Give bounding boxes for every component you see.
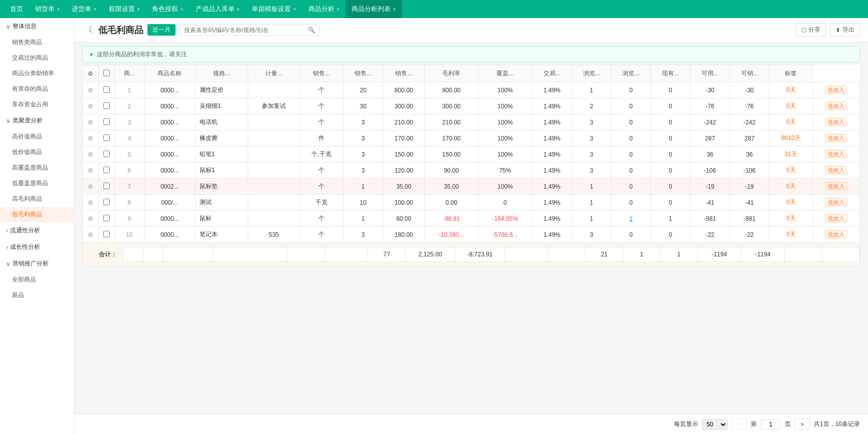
sidebar-item-high-coverage[interactable]: 高覆盖度商品 bbox=[0, 160, 74, 176]
sidebar-item-sales-goods[interactable]: 销售类商品 bbox=[0, 35, 74, 50]
sidebar-group-marketing[interactable]: ∨ 营销推广分析 bbox=[0, 255, 74, 272]
nav-item-sales[interactable]: 销货单 × bbox=[29, 0, 66, 18]
settings-cell: ⚙ bbox=[83, 98, 99, 114]
unit-cell: 个 bbox=[299, 227, 343, 243]
row-checkbox[interactable] bbox=[103, 183, 110, 189]
sidebar-group-growth[interactable]: › 成长性分析 bbox=[0, 239, 74, 255]
nav-item-goods-analysis[interactable]: 商品分析 × bbox=[302, 0, 345, 18]
sidebar-item-in-stock[interactable]: 有库存的商品 bbox=[0, 81, 74, 97]
nav-item-templates[interactable]: 单据模板设置 × bbox=[246, 0, 302, 18]
cover-rate-cell: 1.49% bbox=[532, 227, 572, 243]
close-icon[interactable]: × bbox=[180, 6, 183, 12]
browse1-cell[interactable]: 1 bbox=[611, 211, 651, 227]
row-checkbox[interactable] bbox=[103, 86, 110, 93]
pagination-bar: 每页显示 50 100 ＜ 第 页 ＞ 共1页，10条记录 bbox=[74, 414, 868, 434]
share-button[interactable]: ⬡ 分享 bbox=[796, 23, 826, 37]
name-cell: 铅笔1 bbox=[195, 147, 248, 163]
cover-rate-cell: 1.49% bbox=[532, 82, 572, 98]
select-all-checkbox[interactable] bbox=[103, 70, 110, 76]
close-icon[interactable]: × bbox=[393, 6, 396, 12]
sidebar-item-traded-goods[interactable]: 交易过的商品 bbox=[0, 50, 74, 66]
sale-amount-cell: 800.00 bbox=[425, 82, 478, 98]
date-filter-button[interactable]: 近一月 bbox=[147, 24, 176, 36]
cover-rate-cell: 1.49% bbox=[532, 195, 572, 211]
nav-item-roles[interactable]: 角色授权 × bbox=[146, 0, 189, 18]
sidebar-group-overall[interactable]: ∨ 整体信息 bbox=[0, 18, 74, 35]
sidebar-item-high-margin[interactable]: 高毛利商品 bbox=[0, 191, 74, 207]
nav-item-goods-analysis-list[interactable]: 商品分析列表 × bbox=[345, 0, 402, 18]
checkbox-cell[interactable] bbox=[99, 147, 115, 163]
checkbox-cell[interactable] bbox=[99, 227, 115, 243]
table-row: ⚙ 6 0000... 鼠标1 个 3 120.00 90.00 75% 1.4… bbox=[83, 163, 860, 179]
sidebar-item-high-value[interactable]: 高价值商品 bbox=[0, 129, 74, 144]
next-page-button[interactable]: ＞ bbox=[795, 418, 810, 430]
row-checkbox[interactable] bbox=[103, 134, 110, 141]
checkbox-cell[interactable] bbox=[99, 98, 115, 114]
sidebar-item-new-goods[interactable]: 新品 bbox=[0, 287, 74, 303]
sale-amount-cell: -98.91 bbox=[425, 211, 478, 227]
nav-item-home[interactable]: 首页 bbox=[4, 0, 29, 18]
sidebar-group-cluster[interactable]: ∨ 类聚度分析 bbox=[0, 112, 74, 129]
row-checkbox[interactable] bbox=[103, 102, 110, 109]
checkbox-cell[interactable] bbox=[99, 163, 115, 179]
checkbox-cell[interactable] bbox=[99, 130, 115, 147]
row-checkbox[interactable] bbox=[103, 231, 110, 237]
col-checkbox-header[interactable] bbox=[99, 65, 115, 82]
gross-rate-cell: -164.85% bbox=[478, 211, 533, 227]
sidebar-item-category-rate[interactable]: 商品分类助销率 bbox=[0, 66, 74, 81]
checkbox-cell[interactable] bbox=[99, 114, 115, 130]
export-icon: ⬆ bbox=[835, 27, 840, 34]
close-icon[interactable]: × bbox=[237, 6, 240, 12]
row-checkbox[interactable] bbox=[103, 199, 110, 205]
sidebar-item-low-coverage[interactable]: 低覆盖度商品 bbox=[0, 176, 74, 191]
sidebar-group-circulation[interactable]: › 流通性分析 bbox=[0, 222, 74, 239]
close-icon[interactable]: × bbox=[336, 6, 339, 12]
close-icon[interactable]: × bbox=[57, 6, 60, 12]
checkbox-cell[interactable] bbox=[99, 179, 115, 195]
no-cell: 5 bbox=[115, 147, 144, 163]
row-checkbox[interactable] bbox=[103, 151, 110, 157]
sidebar-collapse-button[interactable]: 《 bbox=[82, 25, 94, 35]
trade-count-cell: 3 bbox=[572, 163, 611, 179]
search-box: 🔍 bbox=[180, 25, 320, 36]
sidebar-item-stock-value[interactable]: 库存资金占用 bbox=[0, 97, 74, 112]
prev-page-button[interactable]: ＜ bbox=[732, 418, 747, 430]
cover-rate-cell: 1.49% bbox=[532, 98, 572, 114]
browse2-cell: 0 bbox=[651, 130, 690, 147]
nav-item-permissions[interactable]: 权限设置 × bbox=[103, 0, 146, 18]
col-gross-rate-header: 毛利率 bbox=[425, 65, 478, 82]
tag-badge: 低收入 bbox=[825, 150, 847, 158]
sale-price-cell: 60.00 bbox=[383, 211, 425, 227]
settings-cell: ⚙ bbox=[83, 147, 99, 163]
close-icon[interactable]: × bbox=[137, 6, 140, 12]
nav-item-products[interactable]: 产成品入库单 × bbox=[190, 0, 246, 18]
row-checkbox[interactable] bbox=[103, 167, 110, 173]
footer-browse1: 1 bbox=[623, 247, 660, 262]
row-checkbox[interactable] bbox=[103, 215, 110, 221]
col-settings[interactable]: ⚙ bbox=[83, 65, 99, 82]
checkbox-cell[interactable] bbox=[99, 82, 115, 98]
unit-cell: 个 bbox=[299, 82, 343, 98]
current-stock-cell: -30 bbox=[690, 82, 730, 98]
checkbox-cell[interactable] bbox=[99, 211, 115, 227]
share-icon: ⬡ bbox=[801, 27, 806, 34]
nav-item-purchase[interactable]: 进货单 × bbox=[66, 0, 102, 18]
search-input[interactable] bbox=[184, 27, 308, 34]
sidebar-item-low-value[interactable]: 低价值商品 bbox=[0, 144, 74, 160]
row-checkbox[interactable] bbox=[103, 118, 110, 125]
col-name-header: 商品名称 bbox=[144, 65, 195, 82]
close-icon[interactable]: × bbox=[93, 6, 96, 12]
page-number-input[interactable] bbox=[761, 419, 781, 429]
sidebar-item-low-margin[interactable]: 低毛利商品 bbox=[0, 207, 74, 222]
settings-cell: ⚙ bbox=[83, 82, 99, 98]
table-container[interactable]: ⚙ 商... 商品名称 规格... 计量... 销售... 销售... 销售..… bbox=[82, 65, 860, 414]
unit-cell: 个 bbox=[299, 211, 343, 227]
per-page-select[interactable]: 50 100 bbox=[702, 419, 728, 430]
sidebar-item-all-goods[interactable]: 全部商品 bbox=[0, 272, 74, 287]
sale-amount-cell: 35.00 bbox=[425, 179, 478, 195]
close-icon[interactable]: × bbox=[293, 6, 296, 12]
export-button[interactable]: ⬆ 导出 bbox=[830, 23, 860, 37]
checkbox-cell[interactable] bbox=[99, 195, 115, 211]
chevron-icon: ∨ bbox=[6, 117, 11, 124]
current-stock-cell: -76 bbox=[690, 98, 730, 114]
